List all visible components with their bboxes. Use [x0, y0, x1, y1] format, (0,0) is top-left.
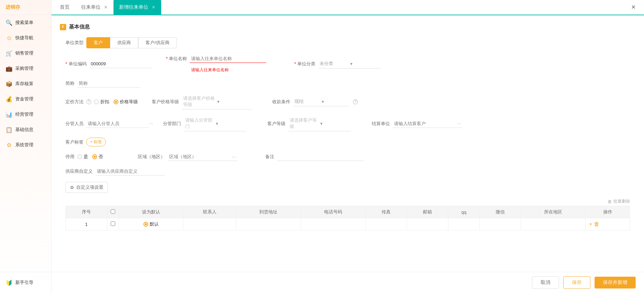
sidebar-item-basic-info[interactable]: 📋 基础信息: [0, 122, 51, 137]
custom-settings-button[interactable]: ⚙ 自定义项设置: [65, 182, 108, 193]
area-ellipsis-button[interactable]: ···: [230, 154, 237, 160]
short-name-row: 简称: [65, 79, 630, 88]
type-btn-supplier[interactable]: 供应商: [110, 37, 138, 48]
cell-default: 默认: [119, 218, 183, 230]
tab-bar-container: 首页 往来单位 ✕ 新增往来单位 ✕ ✕: [54, 0, 641, 15]
col-address: 到货地址: [236, 206, 301, 218]
section-title: 基本信息: [69, 24, 90, 30]
payment-terms-help-icon[interactable]: ?: [353, 99, 358, 104]
sidebar-item-inventory[interactable]: 📦 库存核算: [0, 76, 51, 91]
sidebar-item-guide[interactable]: 🔰 新手引导: [0, 275, 51, 290]
disabled-area-row: 停用 是 否: [65, 153, 630, 161]
select-all-checkbox[interactable]: [111, 209, 115, 214]
supplier-custom-input[interactable]: [95, 167, 165, 176]
payment-terms-dropdown[interactable]: 现结 ▾: [293, 97, 349, 106]
gear-settings-icon: ⚙: [70, 185, 74, 190]
sidebar-item-purchase[interactable]: 💼 采购管理: [0, 61, 51, 76]
tab-new-partner[interactable]: 新增往来单位 ✕: [113, 0, 161, 15]
short-name-input[interactable]: [77, 79, 140, 88]
department-dropdown[interactable]: 请输入分管部门 ▾: [184, 116, 246, 131]
bottom-toolbar: 取消 保存 保存并新增: [52, 272, 644, 293]
disabled-no-radio[interactable]: 否: [92, 154, 103, 160]
row-action-buttons: + 🗑: [589, 221, 626, 227]
chevron-down-icon: ▾: [350, 61, 379, 66]
yes-label: 是: [84, 154, 88, 160]
window-close-button[interactable]: ✕: [631, 4, 636, 10]
unit-category-dropdown[interactable]: 未分类 ▾: [318, 59, 381, 68]
tab-home-label: 首页: [60, 4, 70, 10]
sidebar-item-finance[interactable]: 💰 资金管理: [0, 91, 51, 107]
settlement-unit-label: 结算单位: [372, 121, 390, 127]
content-area: F 基本信息 单位类型 客户 供应商 客户/供应商: [52, 15, 644, 272]
area-input[interactable]: [168, 153, 230, 161]
default-radio[interactable]: 默认: [123, 221, 180, 227]
tab-new-partner-label: 新增往来单位: [119, 4, 148, 10]
section-header: F 基本信息: [60, 24, 636, 30]
unit-type-label: 单位类型: [65, 40, 84, 46]
cell-contact: [183, 218, 236, 230]
delete-row-button[interactable]: 🗑: [594, 221, 599, 227]
add-row-button[interactable]: +: [589, 221, 592, 227]
notes-input[interactable]: [277, 153, 364, 161]
cell-wechat: [479, 218, 521, 230]
type-btn-customer[interactable]: 客户: [86, 37, 110, 48]
manager-input[interactable]: [86, 120, 148, 128]
table-header-row: 🗑 批量删除: [65, 198, 630, 204]
customer-level-dropdown[interactable]: 请选择客户等级 ▾: [288, 116, 351, 131]
settlement-unit-ellipsis-button[interactable]: ···: [455, 121, 462, 126]
sidebar: 进销存 🔍 搜索菜单 ⊙ 快捷导航 🛒 销售管理 💼 采购管理 📦 库存核算 💰…: [0, 0, 52, 293]
row-checkbox[interactable]: [111, 221, 115, 226]
batch-delete-label: 批量删除: [613, 198, 630, 204]
unit-name-input[interactable]: [190, 55, 266, 63]
col-default: 设为默认: [119, 206, 183, 218]
add-tag-button[interactable]: + 标签: [86, 138, 106, 146]
close-partners-icon[interactable]: ✕: [104, 5, 108, 10]
area-group: 区域（地区） ···: [138, 153, 237, 161]
tab-partners[interactable]: 往来单位 ✕: [76, 0, 113, 15]
sidebar-item-sales[interactable]: 🛒 销售管理: [0, 46, 51, 61]
sidebar-item-system[interactable]: ⚙ 系统管理: [0, 137, 51, 153]
manager-ellipsis-button[interactable]: ···: [148, 121, 155, 126]
col-wechat: 微信: [479, 206, 521, 218]
close-new-partner-icon[interactable]: ✕: [152, 5, 155, 10]
sidebar-item-quick-nav[interactable]: ⊙ 快捷导航: [0, 30, 51, 46]
tab-home[interactable]: 首页: [54, 0, 76, 15]
price-level-radio-circle: [113, 99, 118, 104]
save-new-button[interactable]: 保存并新增: [595, 277, 636, 288]
pricing-help-icon[interactable]: ?: [86, 99, 91, 104]
table-section: 🗑 批量删除 序号 设为默认 联系人 到货地址 电: [65, 198, 630, 230]
pricing-radio-price-level[interactable]: 价格等级: [113, 99, 138, 105]
box-icon: 📦: [6, 80, 13, 87]
batch-delete-button[interactable]: 🗑 批量删除: [608, 198, 630, 204]
sidebar-item-search[interactable]: 🔍 搜索菜单: [0, 15, 51, 30]
sidebar-item-operations[interactable]: 📊 经营管理: [0, 107, 51, 122]
pricing-radio-discount[interactable]: 折扣: [94, 99, 109, 105]
chevron-down-icon-4: ▾: [216, 121, 245, 126]
unit-info-row: 单位编码 单位名称 请输入往来单位名称: [65, 55, 630, 73]
disabled-yes-radio[interactable]: 是: [77, 154, 88, 160]
default-radio-dot: [145, 223, 147, 225]
manager-row: 分管人员 ··· 分管部门 请输入分管部门 ▾: [65, 116, 630, 131]
payment-terms-group: 收款条件 现结 ▾ ?: [272, 97, 358, 106]
cell-actions: + 🗑: [586, 218, 630, 230]
customer-level-placeholder: 请选择客户等级: [290, 117, 319, 130]
tab-bar: 首页 往来单位 ✕ 新增往来单位 ✕ ✕: [52, 0, 644, 15]
manager-group: 分管人员 ···: [65, 120, 149, 128]
custom-settings-label: 自定义项设置: [76, 184, 103, 190]
save-button[interactable]: 保存: [563, 276, 590, 289]
supplier-custom-row: 供应商自定义: [65, 167, 630, 176]
customer-price-level-label: 客户价格等级: [152, 99, 179, 105]
supplier-custom-label: 供应商自定义: [65, 168, 93, 174]
department-placeholder: 请输入分管部门: [185, 117, 214, 130]
cell-checkbox: [107, 218, 119, 230]
customer-price-level-dropdown[interactable]: 请选择客户价格等级 ▾: [182, 94, 251, 109]
unit-code-input[interactable]: [89, 60, 152, 68]
delete-icon: 🗑: [608, 199, 612, 204]
type-btn-both[interactable]: 客户/供应商: [138, 37, 177, 48]
settlement-unit-input[interactable]: [393, 120, 455, 128]
unit-type-group: 单位类型 客户 供应商 客户/供应商: [65, 37, 177, 48]
chevron-down-icon-3: ▾: [322, 99, 347, 104]
short-name-label: 简称: [65, 80, 74, 87]
money-icon: 💰: [6, 96, 13, 103]
cancel-button[interactable]: 取消: [532, 276, 559, 289]
